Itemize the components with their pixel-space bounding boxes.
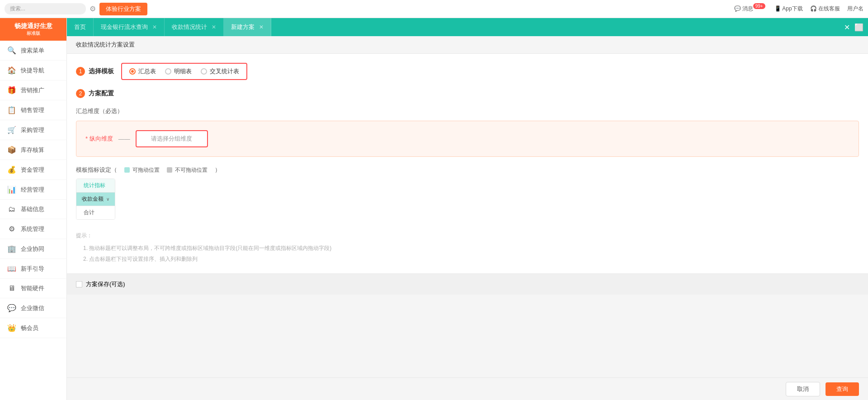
sidebar-item-operations[interactable]: 📊 经营管理 bbox=[0, 180, 66, 200]
search-menu-icon: 🔍 bbox=[7, 46, 16, 55]
sidebar-item-sales[interactable]: 📋 销售管理 bbox=[0, 100, 66, 120]
sidebar-item-label: 营销推广 bbox=[21, 86, 44, 94]
tab-new-plan[interactable]: 新建方案 ✕ bbox=[224, 18, 271, 36]
system-icon: ⚙ bbox=[7, 225, 16, 233]
non-draggable-label: 不可拖动位置 bbox=[175, 166, 208, 174]
save-checkbox[interactable] bbox=[76, 281, 82, 287]
sidebar-item-label: 销售管理 bbox=[21, 106, 44, 114]
step1-label: 选择模板 bbox=[89, 67, 114, 75]
dimension-placeholder[interactable]: 请选择分组维度 bbox=[136, 130, 208, 147]
save-option: 方案保存(可选) bbox=[67, 273, 868, 295]
metrics-config: 模板指标设定（ 可拖动位置 不可拖动位置 ） bbox=[76, 166, 859, 264]
draggable-indicator: 可拖动位置 bbox=[124, 166, 160, 174]
step1-badge: 1 bbox=[76, 67, 85, 76]
non-draggable-indicator: 不可拖动位置 bbox=[167, 166, 208, 174]
sidebar-logo: 畅捷通好生意 标准版 bbox=[0, 18, 66, 41]
query-button[interactable]: 查询 bbox=[826, 382, 859, 396]
logo-text: 畅捷通好生意 bbox=[14, 22, 52, 30]
trial-button[interactable]: 体验行业方案 bbox=[99, 3, 147, 15]
template-radio-group: 汇总表 明细表 交叉统计表 bbox=[129, 67, 239, 75]
ops-icon: 📊 bbox=[7, 185, 16, 194]
purchase-icon: 🛒 bbox=[7, 126, 16, 134]
sidebar-item-basic-info[interactable]: 🗂 基础信息 bbox=[0, 200, 66, 219]
radio-detail-circle bbox=[165, 68, 171, 75]
main-content: 首页 现金银行流水查询 ✕ 收款情况统计 ✕ 新建方案 ✕ ✕ ⬜ 收款情况统计… bbox=[67, 18, 868, 400]
metrics-tag-collection[interactable]: 收款金额 ∨ bbox=[76, 193, 115, 206]
cancel-button[interactable]: 取消 bbox=[786, 382, 820, 396]
sidebar-item-label: 畅会员 bbox=[21, 324, 38, 332]
inventory-icon: 📦 bbox=[7, 146, 16, 154]
bottom-bar: 取消 查询 bbox=[67, 377, 868, 400]
top-bar-left: 搜索... ⚙ 体验行业方案 bbox=[5, 3, 731, 15]
username-label[interactable]: 用户名 bbox=[847, 5, 863, 13]
tab-bar: 首页 现金银行流水查询 ✕ 收款情况统计 ✕ 新建方案 ✕ ✕ ⬜ bbox=[67, 18, 868, 36]
sidebar-item-system[interactable]: ⚙ 系统管理 bbox=[0, 219, 66, 239]
window-maximize-icon[interactable]: ⬜ bbox=[854, 23, 863, 32]
download-link[interactable]: 📱 App下载 bbox=[774, 5, 803, 13]
step2-row: 2 方案配置 bbox=[76, 89, 859, 98]
sidebar-item-purchase[interactable]: 🛒 采购管理 bbox=[0, 120, 66, 140]
sidebar-item-hardware[interactable]: 🖥 智能硬件 bbox=[0, 279, 66, 298]
non-draggable-dot bbox=[167, 167, 172, 173]
sidebar-item-member[interactable]: 👑 畅会员 bbox=[0, 318, 66, 338]
tab-bank-flow[interactable]: 现金银行流水查询 ✕ bbox=[94, 18, 165, 36]
metrics-table: 统计指标 收款金额 ∨ 合计 bbox=[76, 179, 115, 220]
radio-detail[interactable]: 明细表 bbox=[165, 67, 192, 75]
step2-label: 方案配置 bbox=[89, 89, 114, 98]
sidebar-item-label: 库存核算 bbox=[21, 146, 44, 154]
config-section: 汇总维度（必选） * 纵向维度 —— 请选择分组维度 模板指标设定（ bbox=[76, 107, 859, 264]
sidebar-item-label: 搜索菜单 bbox=[21, 47, 44, 55]
finance-icon: 💰 bbox=[7, 165, 16, 174]
metrics-tag-arrow: ∨ bbox=[106, 197, 109, 202]
sidebar-item-label: 系统管理 bbox=[21, 225, 44, 233]
metrics-title-suffix: ） bbox=[215, 166, 221, 174]
edition-label: 标准版 bbox=[27, 30, 40, 37]
tab-collection-stats-label: 收款情况统计 bbox=[172, 23, 207, 31]
sidebar-item-label: 采购管理 bbox=[21, 126, 44, 134]
top-bar: 搜索... ⚙ 体验行业方案 💬 消息 99+ 📱 App下载 🎧 在线客服 用… bbox=[0, 0, 868, 18]
sidebar-item-label: 企业微信 bbox=[21, 304, 44, 312]
sidebar-item-label: 快捷导航 bbox=[21, 66, 44, 75]
sidebar-item-inventory[interactable]: 📦 库存核算 bbox=[0, 140, 66, 160]
metrics-title-prefix: 模板指标设定（ bbox=[76, 166, 117, 174]
draggable-dot bbox=[124, 167, 130, 173]
tab-bank-flow-close[interactable]: ✕ bbox=[152, 24, 157, 30]
tips-section: 提示： 1. 拖动标题栏可以调整布局，不可跨维度或指标区域拖动目字段(只能在同一… bbox=[76, 230, 859, 264]
tab-collection-stats[interactable]: 收款情况统计 ✕ bbox=[165, 18, 224, 36]
tab-new-plan-close[interactable]: ✕ bbox=[259, 24, 264, 30]
info-icon: 🗂 bbox=[7, 205, 16, 213]
radio-summary[interactable]: 汇总表 bbox=[129, 67, 156, 75]
sidebar-item-wechat[interactable]: 💬 企业微信 bbox=[0, 298, 66, 318]
sidebar-item-finance[interactable]: 💰 资金管理 bbox=[0, 160, 66, 180]
dimension-area: * 纵向维度 —— 请选择分组维度 bbox=[76, 121, 859, 157]
message-area[interactable]: 💬 消息 99+ bbox=[734, 5, 767, 13]
enterprise-icon: 🏢 bbox=[7, 245, 16, 253]
sidebar-item-enterprise[interactable]: 🏢 企业协同 bbox=[0, 239, 66, 259]
metrics-tag-label: 收款金额 bbox=[82, 195, 104, 203]
metrics-section-label: 统计指标 bbox=[76, 179, 115, 193]
support-link[interactable]: 🎧 在线客服 bbox=[810, 5, 840, 13]
tab-home[interactable]: 首页 bbox=[67, 18, 94, 36]
draggable-label: 可拖动位置 bbox=[132, 166, 160, 174]
tab-home-label: 首页 bbox=[74, 23, 86, 31]
sidebar-item-search-menu[interactable]: 🔍 搜索菜单 bbox=[0, 41, 66, 61]
sidebar-item-marketing[interactable]: 🎁 营销推广 bbox=[0, 80, 66, 100]
dimension-title: 汇总维度（必选） bbox=[76, 107, 859, 115]
form-section: 1 选择模板 汇总表 明细表 bbox=[67, 54, 868, 273]
sidebar-item-quick-nav[interactable]: 🏠 快捷导航 bbox=[0, 61, 66, 80]
search-bar[interactable]: 搜索... bbox=[5, 3, 86, 14]
sidebar-item-label: 企业协同 bbox=[21, 245, 44, 253]
radio-cross[interactable]: 交叉统计表 bbox=[201, 67, 239, 75]
sidebar-item-label: 经营管理 bbox=[21, 186, 44, 194]
tab-collection-stats-close[interactable]: ✕ bbox=[212, 24, 216, 30]
sidebar-item-guide[interactable]: 📖 新手引导 bbox=[0, 259, 66, 279]
guide-icon: 📖 bbox=[7, 264, 16, 273]
page-title: 收款情况统计方案设置 bbox=[67, 36, 868, 54]
content-area: 收款情况统计方案设置 1 选择模板 汇总表 bbox=[67, 36, 868, 377]
home-icon: 🏠 bbox=[7, 66, 16, 75]
sidebar-item-label: 基础信息 bbox=[21, 205, 44, 213]
tip-2: 2. 点击标题栏下拉可设置排序、插入列和删除列 bbox=[76, 254, 859, 264]
window-close-icon[interactable]: ✕ bbox=[844, 23, 850, 32]
gear-icon[interactable]: ⚙ bbox=[90, 5, 96, 13]
radio-summary-circle bbox=[129, 68, 136, 75]
